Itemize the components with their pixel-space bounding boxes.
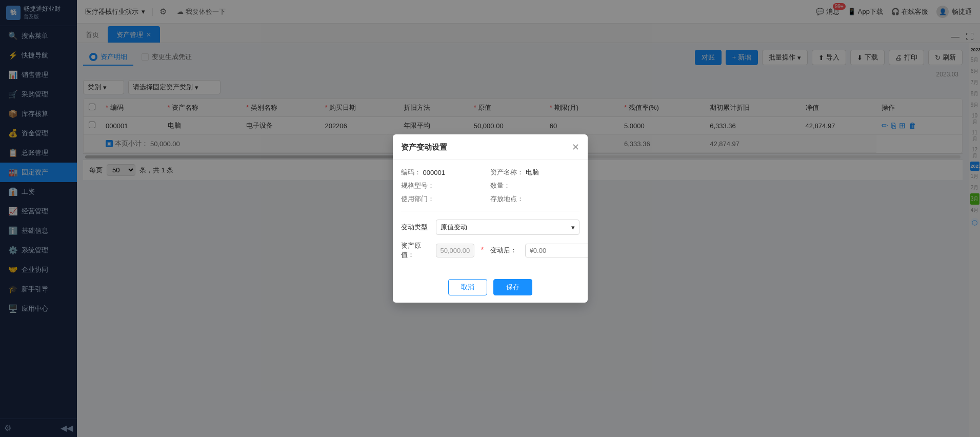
asset-value-label: 资产原值： xyxy=(401,241,432,260)
modal-info-qty: 数量： xyxy=(490,181,579,190)
change-type-chevron-icon: ▾ xyxy=(571,224,575,231)
modal-info-spec: 规格型号： xyxy=(401,181,490,190)
after-value-input[interactable] xyxy=(525,244,588,257)
modal-header: 资产变动设置 ✕ xyxy=(393,134,588,160)
modal-footer: 取消 保存 xyxy=(393,274,588,303)
asset-value-row: 资产原值： 50,000.00 * 变动后： xyxy=(401,241,579,260)
change-type-label: 变动类型 xyxy=(401,223,432,232)
save-button[interactable]: 保存 xyxy=(493,279,532,295)
required-marker: * xyxy=(481,246,484,255)
modal-info-location: 存放地点： xyxy=(490,194,579,204)
asset-value-input: 50,000.00 xyxy=(436,244,475,257)
after-label: 变动后： xyxy=(490,246,521,255)
change-type-select[interactable]: 原值变动 ▾ xyxy=(436,220,579,235)
modal-overlay: 资产变动设置 ✕ 编码： 000001 资产名称： 电脑 规格型号： 数量： xyxy=(0,0,980,437)
modal-info-name: 资产名称： 电脑 xyxy=(490,168,579,177)
modal-body: 编码： 000001 资产名称： 电脑 规格型号： 数量： 使用部门： xyxy=(393,160,588,274)
modal-info-grid: 编码： 000001 资产名称： 电脑 规格型号： 数量： 使用部门： xyxy=(401,168,579,211)
cancel-button[interactable]: 取消 xyxy=(448,279,487,295)
change-type-row: 变动类型 原值变动 ▾ xyxy=(401,220,579,235)
change-type-value: 原值变动 xyxy=(441,223,467,232)
modal-info-code: 编码： 000001 xyxy=(401,168,490,177)
modal-close-button[interactable]: ✕ xyxy=(572,142,579,153)
asset-change-modal: 资产变动设置 ✕ 编码： 000001 资产名称： 电脑 规格型号： 数量： xyxy=(393,134,588,303)
modal-info-dept: 使用部门： xyxy=(401,194,490,204)
modal-title: 资产变动设置 xyxy=(401,143,447,152)
